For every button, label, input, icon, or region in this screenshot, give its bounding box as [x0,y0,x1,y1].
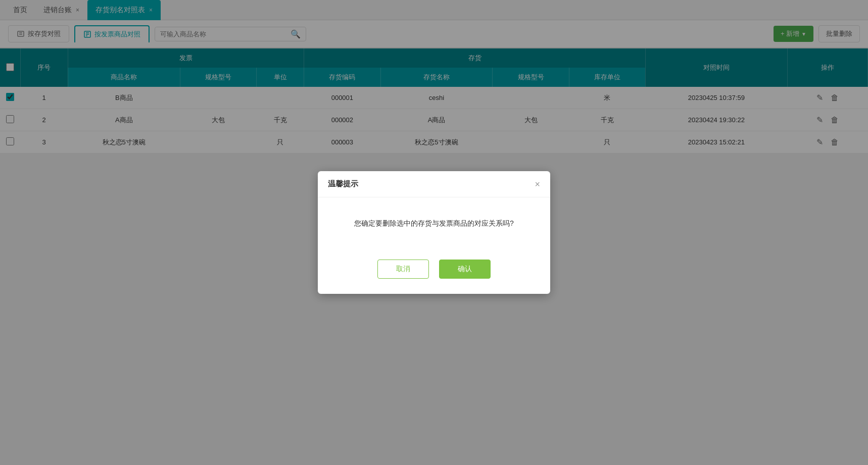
overlay: 温馨提示 × 您确定要删除选中的存货与发票商品的对应关系吗? 取消 确认 [0,0,868,153]
